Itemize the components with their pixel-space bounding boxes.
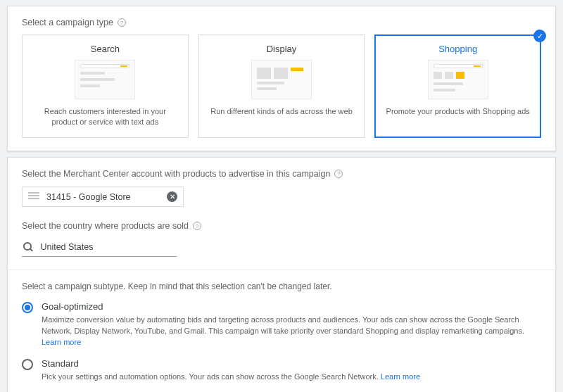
country-input-row[interactable] — [22, 238, 177, 257]
radio-desc-text: Maximize conversion value by automating … — [42, 315, 524, 335]
search-icon — [23, 242, 32, 252]
country-label: Select the country where products are so… — [22, 221, 189, 231]
merchant-select[interactable]: 31415 - Google Store ✕ — [22, 186, 184, 207]
radio-icon[interactable] — [22, 359, 33, 370]
country-label-row: Select the country where products are so… — [22, 221, 541, 231]
card-title: Display — [209, 44, 355, 54]
card-desc: Run different kinds of ads across the we… — [209, 106, 355, 117]
campaign-type-cards: Search Reach customers interested in you… — [22, 34, 541, 138]
radio-title: Goal-optimized — [42, 301, 541, 312]
merchant-label: Select the Merchant Center account with … — [22, 169, 330, 179]
card-illustration — [251, 60, 312, 99]
card-title: Search — [32, 44, 178, 54]
campaign-settings-panel: Select the Merchant Center account with … — [7, 157, 556, 392]
country-input[interactable] — [40, 242, 175, 252]
card-desc: Promote your products with Shopping ads — [385, 106, 531, 117]
card-title: Shopping — [385, 44, 531, 54]
subtype-option-standard[interactable]: Standard Pick your settings and automati… — [22, 358, 541, 383]
learn-more-link[interactable]: Learn more — [42, 338, 81, 346]
subtype-option-goal-optimized[interactable]: Goal-optimized Maximize conversion value… — [22, 301, 541, 348]
campaign-type-panel: Select a campaign type ? Search Reach cu… — [7, 6, 556, 151]
subtype-label: Select a campaign subtype. Keep in mind … — [22, 282, 541, 291]
radio-desc: Maximize conversion value by automating … — [42, 315, 541, 348]
radio-desc-text: Pick your settings and automation option… — [42, 372, 381, 381]
help-icon[interactable]: ? — [193, 222, 201, 230]
card-desc: Reach customers interested in your produ… — [32, 106, 178, 127]
card-illustration — [428, 60, 488, 99]
campaign-card-search[interactable]: Search Reach customers interested in you… — [22, 34, 189, 138]
help-icon[interactable]: ? — [118, 18, 126, 27]
learn-more-link[interactable]: Learn more — [381, 372, 420, 381]
merchant-label-row: Select the Merchant Center account with … — [22, 169, 541, 179]
merchant-center-icon — [28, 192, 39, 202]
campaign-card-display[interactable]: Display Run different kinds of ads acros… — [198, 34, 365, 138]
check-icon: ✓ — [533, 30, 546, 42]
merchant-value: 31415 - Google Store — [46, 192, 160, 202]
campaign-type-label: Select a campaign type ? — [22, 18, 541, 27]
radio-title: Standard — [42, 358, 541, 369]
clear-icon[interactable]: ✕ — [167, 191, 177, 202]
campaign-type-label-text: Select a campaign type — [22, 18, 113, 27]
card-illustration — [75, 60, 135, 99]
campaign-card-shopping[interactable]: ✓ Shopping Promote your products with Sh… — [374, 34, 541, 138]
help-icon[interactable]: ? — [334, 170, 343, 178]
radio-icon[interactable] — [22, 302, 33, 313]
radio-desc: Pick your settings and automation option… — [42, 372, 541, 383]
